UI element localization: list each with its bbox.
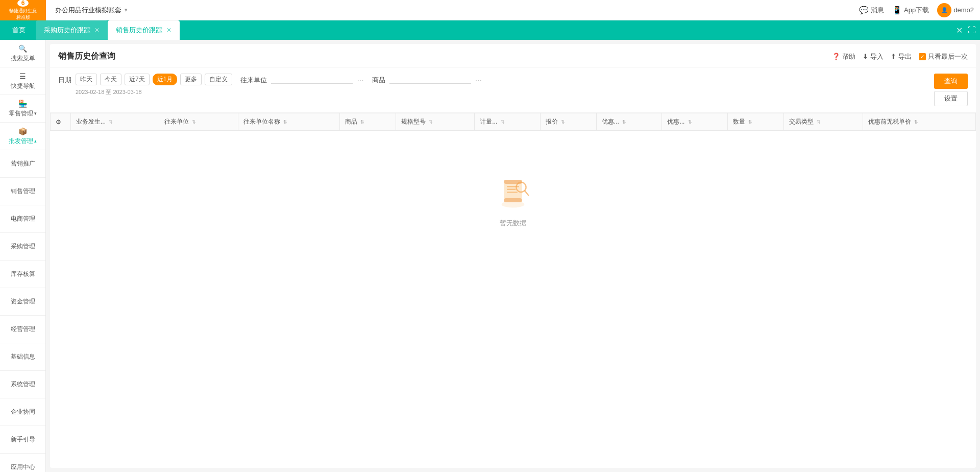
company-name: 办公用品行业模拟账套 [55,6,121,15]
sidebar-item-app-center[interactable]: 应用中心 [0,454,45,472]
product-input[interactable] [389,74,471,84]
main-layout: 🔍 搜索菜单 ☰ 快捷导航 🏪 零售管理 ▾ 📦 批发管理 ▴ 营销推广 销售管… [0,40,980,472]
sort-arrows-pre-tax-price: ⇅ [914,120,918,125]
date-range-text: 2023-02-18 至 2023-03-18 [76,88,232,96]
counterpart-filter-group: 往来单位 ... [240,74,363,85]
sidebar-item-quick-nav[interactable]: ☰ 快捷导航 [0,67,45,95]
logo-area: 6 畅捷通好生意 标准版 [0,0,46,20]
tab-purchase-history[interactable]: 采购历史价跟踪 ✕ [36,20,108,40]
sidebar-item-operations-mgmt[interactable]: 经营管理 [0,316,45,343]
sort-arrows-trade-type: ⇅ [817,120,821,125]
import-icon: ⬇ [863,53,868,60]
header-actions: ❓ 帮助 ⬇ 导入 ⬆ 导出 ✓ 只看最后一次 [832,52,968,61]
sales-history-close[interactable]: ✕ [166,27,172,34]
message-btn[interactable]: 💬 消息 [859,6,884,15]
filter-buttons: 查询 设置 [934,74,968,106]
logo-text: 畅捷通好生意 [9,8,37,14]
company-selector[interactable]: 办公用品行业模拟账套 ▾ [50,4,133,17]
close-all-btn[interactable]: ✕ [956,26,963,35]
sidebar-item-purchase-mgmt[interactable]: 采购管理 [0,233,45,261]
date-filter-group: 日期 昨天 今天 近7天 近1月 更多 自定义 2023-02-18 至 202… [58,74,232,96]
user-menu[interactable]: 👤 demo2 [937,3,974,17]
sort-arrows-unit: ⇅ [501,120,505,125]
product-dots[interactable]: ... [475,74,482,83]
sidebar-item-new-guide[interactable]: 新手引导 [0,426,45,454]
th-counterpart-code[interactable]: 往来单位 ⇅ [159,113,238,131]
sort-arrows-discount1: ⇅ [622,120,626,125]
svg-line-8 [525,191,528,196]
sidebar-item-basic-info[interactable]: 基础信息 [0,343,45,371]
th-gear[interactable]: ⚙ [51,113,71,131]
data-table: ⚙ 业务发生... ⇅ 往来单位 ⇅ 往来单位名称 [50,113,976,131]
sales-history-label: 销售历史价跟踪 [116,26,162,35]
sidebar-item-enterprise-collab[interactable]: 企业协同 [0,398,45,426]
counterpart-dots[interactable]: ... [357,74,363,83]
svg-rect-5 [507,189,516,190]
th-spec[interactable]: 规格型号 ⇅ [396,113,475,131]
sidebar-item-sales-mgmt[interactable]: 销售管理 [0,178,45,205]
search-icon: 🔍 [18,44,27,53]
th-price[interactable]: 报价 ⇅ [540,113,596,131]
th-discount2[interactable]: 优惠... ⇅ [662,113,728,131]
only-last-checkbox[interactable]: ✓ [919,53,926,60]
export-btn[interactable]: ⬆ 导出 [891,52,912,61]
th-unit[interactable]: 计量... ⇅ [475,113,541,131]
only-last-label: 只看最后一次 [928,52,968,61]
username: demo2 [953,6,974,14]
empty-state: 暂无数据 [50,131,976,269]
chevron-up-icon: ▴ [34,138,37,144]
import-btn[interactable]: ⬇ 导入 [863,52,884,61]
date-btn-last7[interactable]: 近7天 [125,74,150,85]
maximize-btn[interactable]: ⛶ [968,26,976,35]
counterpart-input[interactable] [271,74,353,84]
th-pre-tax-price[interactable]: 优惠前无税单价 ⇅ [863,113,975,131]
sort-arrows-biz-date: ⇅ [109,120,113,125]
page-header: 销售历史价查询 ❓ 帮助 ⬇ 导入 ⬆ 导出 ✓ [50,44,976,67]
sidebar-item-system-mgmt[interactable]: 系统管理 [0,371,45,398]
th-qty[interactable]: 数量 ⇅ [728,113,784,131]
th-discount1[interactable]: 优惠... ⇅ [596,113,662,131]
counterpart-input-group: ... [271,74,363,84]
date-btn-yesterday[interactable]: 昨天 [76,74,97,85]
sidebar-item-ecommerce-mgmt[interactable]: 电商管理 [0,205,45,233]
page-container: 销售历史价查询 ❓ 帮助 ⬇ 导入 ⬆ 导出 ✓ [50,44,976,468]
query-button[interactable]: 查询 [934,74,968,89]
help-btn[interactable]: ❓ 帮助 [832,52,855,61]
sidebar-item-inventory[interactable]: 库存核算 [0,261,45,288]
help-icon: ❓ [832,53,840,60]
sort-arrows-spec: ⇅ [429,120,433,125]
th-product[interactable]: 商品 ⇅ [339,113,396,131]
logo-icon: 6 [17,0,29,7]
dropdown-icon: ▾ [125,7,128,13]
settings-button[interactable]: 设置 [934,91,968,106]
purchase-history-close[interactable]: ✕ [94,27,100,34]
top-bar-left: 6 畅捷通好生意 标准版 办公用品行业模拟账套 ▾ [0,0,133,20]
chevron-down-icon: ▾ [34,111,37,116]
tab-sales-history[interactable]: 销售历史价跟踪 ✕ [108,20,180,40]
page-title: 销售历史价查询 [58,51,115,62]
sidebar-item-retail-mgmt[interactable]: 🏪 零售管理 ▾ [0,95,45,123]
sidebar-item-finance-mgmt[interactable]: 资金管理 [0,288,45,316]
wholesale-icon: 📦 [18,127,27,135]
gear-icon: ⚙ [56,119,61,126]
date-btn-custom[interactable]: 自定义 [205,74,232,85]
date-btn-more[interactable]: 更多 [180,74,202,85]
product-filter-group: 商品 ... [372,74,482,85]
th-biz-date[interactable]: 业务发生... ⇅ [71,113,159,131]
only-last-wrap[interactable]: ✓ 只看最后一次 [919,52,968,61]
svg-rect-6 [507,192,518,193]
sidebar-item-wholesale-mgmt[interactable]: 📦 批发管理 ▴ [0,123,45,150]
tab-home[interactable]: 首页 [4,20,34,40]
sidebar-item-search-menu[interactable]: 🔍 搜索菜单 [0,40,45,67]
tab-actions: ✕ ⛶ [956,26,976,35]
filter-bar: 日期 昨天 今天 近7天 近1月 更多 自定义 2023-02-18 至 202… [50,67,976,113]
date-btn-1month[interactable]: 近1月 [153,74,178,85]
sidebar-item-marketing[interactable]: 营销推广 [0,150,45,178]
th-trade-type[interactable]: 交易类型 ⇅ [784,113,863,131]
app-download-btn[interactable]: 📱 App下载 [892,6,929,15]
date-buttons: 昨天 今天 近7天 近1月 更多 自定义 [76,74,232,85]
sort-arrows-qty: ⇅ [748,120,752,125]
th-counterpart-name[interactable]: 往来单位名称 ⇅ [238,113,339,131]
top-bar-right: 💬 消息 📱 App下载 👤 demo2 [859,3,974,17]
date-btn-today[interactable]: 今天 [100,74,121,85]
